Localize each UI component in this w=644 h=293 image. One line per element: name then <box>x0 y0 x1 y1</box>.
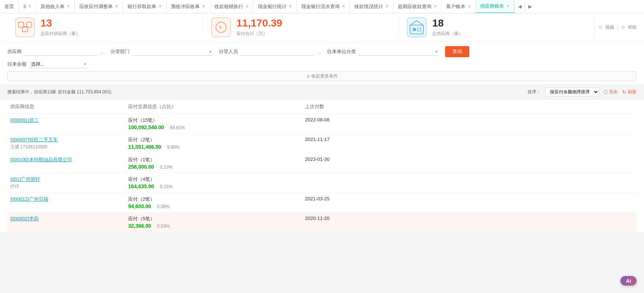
table-row: [001]广州荣轩仔仔应付（4笔）164,635.900.15% <box>7 173 637 193</box>
close-icon[interactable]: ✕ <box>28 4 31 9</box>
nav-tab-receipt-stat-label: 收款情况统计 <box>354 3 383 10</box>
nav-tab-receipt-stat[interactable]: 收款情况统计 ✕ <box>350 0 393 13</box>
payable-total-amount: 11,170.39 <box>237 18 283 29</box>
balance-select[interactable]: 选择... <box>29 60 88 68</box>
close-icon[interactable]: ✕ <box>67 4 70 9</box>
close-icon[interactable]: ✕ <box>342 4 345 9</box>
refresh-label: 刷新 <box>628 89 637 95</box>
help-icon: ⊙ <box>621 25 625 30</box>
tx-pct: 0.23% <box>160 165 172 170</box>
nav-tab-home[interactable]: 首页 <box>0 0 19 13</box>
filter-person: 分管人员 ... <box>219 48 321 56</box>
nav-tab-ar-ap-adjust[interactable]: 应收应付调整单 ✕ <box>75 0 123 13</box>
close-icon[interactable]: ✕ <box>506 4 510 8</box>
supplier-link[interactable]: [000007]恒旺二手叉车 <box>10 137 58 142</box>
supplier-link[interactable]: [000002]李四 <box>10 216 39 221</box>
person-input[interactable] <box>240 48 314 56</box>
supplier-link[interactable]: [000100]本特勤油品有限公司 <box>10 157 72 162</box>
person-input-dots[interactable]: ... <box>316 48 321 55</box>
tx-pct: 0.03% <box>157 224 169 229</box>
supplier-sub-info: 仔仔 <box>10 183 122 190</box>
query-button[interactable]: 查询 <box>445 46 469 57</box>
top-navigation: 首页 3 ✕ 其他收入单 ✕ 应收应付调整单 ✕ 银行存取款单 ✕ 预收冲应收单… <box>0 0 644 13</box>
supplier-link[interactable]: [000012]广州贝瑞 <box>10 196 48 202</box>
tx-amount-link[interactable]: 94,600.00 <box>128 203 151 209</box>
dept-filter-label: 分管部门 <box>111 48 130 55</box>
nav-tab-cash-bank-flow[interactable]: 现金银行流水查询 ✕ <box>297 0 350 13</box>
nav-tab-payment-verify[interactable]: 收款核销执行 ✕ <box>210 0 253 13</box>
total-suppliers-count: 18 <box>432 18 463 29</box>
last-pay-date: 2022-08-08 <box>302 114 637 134</box>
video-link[interactable]: 视频 <box>605 24 614 31</box>
tx-amount-row: 11,051,486.009.89% <box>128 143 299 150</box>
tx-label: 应付（5笔） <box>128 216 155 221</box>
nav-tab-customer-ledger[interactable]: 客户账本 ✕ <box>442 0 476 13</box>
payable-suppliers-count: 13 <box>41 18 80 29</box>
nav-prev-arrow[interactable]: ◀ <box>514 0 525 13</box>
sort-select[interactable]: 按应付余额倒序排序 <box>545 87 599 96</box>
close-icon[interactable]: ✕ <box>289 4 292 9</box>
close-icon[interactable]: ✕ <box>115 4 118 9</box>
supplier-input[interactable] <box>24 48 98 56</box>
tx-amount-link[interactable]: 11,051,486.00 <box>128 144 161 150</box>
person-filter-label: 分管人员 <box>219 48 238 55</box>
sort-label: 排序： <box>528 89 541 95</box>
nav-next-arrow[interactable]: ▶ <box>525 0 535 13</box>
tx-amount-row: 258,000.000.23% <box>128 163 299 170</box>
tx-amount-row: 32,366.000.03% <box>128 222 299 229</box>
svg-text:¥: ¥ <box>218 24 222 30</box>
supplier-input-dots[interactable]: ... <box>100 48 105 55</box>
summary-card-payable-texts: 13 总应付供应商（家） <box>41 18 80 37</box>
result-bar-right: 排序： 按应付余额倒序排序 ⬡ 导出 ↻ 刷新 <box>528 87 637 96</box>
close-icon[interactable]: ✕ <box>434 4 437 9</box>
last-pay-date: 2021-11-17 <box>302 134 637 154</box>
nav-tab-prepay-label: 预收冲应收单 <box>171 3 200 10</box>
summary-card-payable-total-texts: 11,170.39 应付合计（万） <box>237 18 283 37</box>
tx-amount-link[interactable]: 100,092,540.00 <box>128 124 164 130</box>
last-pay-date: 2020-11-20 <box>302 213 637 232</box>
payable-suppliers-label: 总应付供应商（家） <box>41 31 80 37</box>
close-icon[interactable]: ✕ <box>385 4 389 9</box>
refresh-button[interactable]: ↻ 刷新 <box>622 89 637 95</box>
close-icon[interactable]: ✕ <box>158 4 162 9</box>
col-header-tx: 应付交易信息（占比） <box>125 100 302 114</box>
nav-tab-3-label: 3 <box>23 4 26 9</box>
nav-tab-bank-deposit[interactable]: 银行存取款单 ✕ <box>123 0 167 13</box>
tx-label: 应付（15笔） <box>128 117 157 123</box>
nav-tab-supplier-ledger[interactable]: 供应商账本 ✕ <box>476 0 514 13</box>
tx-label: 应付（2笔） <box>128 196 155 202</box>
filter-row-2: 往来余额 选择... ▾ <box>7 60 637 68</box>
tx-amount-link[interactable]: 258,000.00 <box>128 164 154 170</box>
balance-filter-label: 往来余额 <box>7 61 27 68</box>
nav-tab-3[interactable]: 3 ✕ <box>19 0 36 13</box>
nav-tab-prepay[interactable]: 预收冲应收单 ✕ <box>167 0 210 13</box>
tx-amount-row: 94,600.000.08% <box>128 203 299 209</box>
close-icon[interactable]: ✕ <box>245 4 249 9</box>
export-button[interactable]: ⬡ 导出 <box>603 89 618 95</box>
help-link[interactable]: 帮助 <box>628 24 637 31</box>
summary-card-payable-suppliers: 13 总应付供应商（家） <box>7 17 203 38</box>
last-pay-date: 2023-01-30 <box>302 154 637 173</box>
dept-select[interactable] <box>132 48 213 56</box>
divider: | <box>617 25 618 30</box>
col-header-supplier: 供应商信息 <box>7 100 125 114</box>
category-select-wrap: ▾ <box>358 48 439 56</box>
category-select[interactable] <box>358 48 439 56</box>
collapse-filter-button[interactable]: ∧ 收起更多条件 <box>7 71 637 81</box>
nav-tab-other-income[interactable]: 其他收入单 ✕ <box>36 0 75 13</box>
tx-amount-link[interactable]: 164,635.90 <box>128 183 154 189</box>
tx-amount-link[interactable]: 32,366.00 <box>128 223 151 229</box>
supplier-link[interactable]: [000001]张三 <box>10 117 39 123</box>
close-icon[interactable]: ✕ <box>468 4 471 9</box>
close-icon[interactable]: ✕ <box>202 4 205 9</box>
supplier-filter-label: 供应商 <box>7 48 22 55</box>
nav-tab-overdue-ar[interactable]: 超期应收款查询 ✕ <box>393 0 442 13</box>
tx-pct: 89.61% <box>170 125 185 130</box>
dept-select-wrap: ▾ <box>132 48 213 56</box>
nav-tab-cash-bank-stat[interactable]: 现金银行统计 ✕ <box>253 0 297 13</box>
tx-amount-row: 164,635.900.15% <box>128 183 299 189</box>
supplier-link[interactable]: [001]广州荣轩 <box>10 176 40 182</box>
nav-tab-overdue-ar-label: 超期应收款查询 <box>398 3 431 10</box>
filter-supplier: 供应商 ... <box>7 48 105 56</box>
balance-select-wrap: 选择... ▾ <box>29 60 88 68</box>
